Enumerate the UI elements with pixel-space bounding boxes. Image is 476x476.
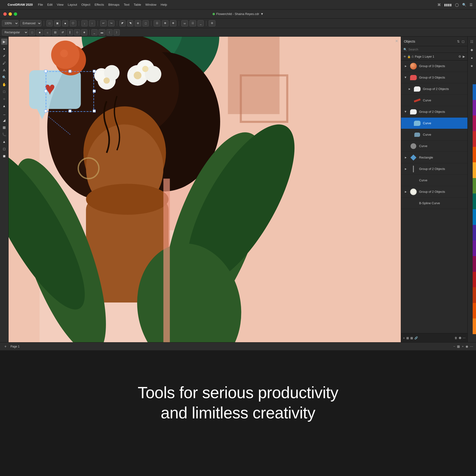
objects-list-item[interactable]: B-Spline Curve bbox=[401, 198, 467, 209]
objects-list-item[interactable]: Curve bbox=[401, 95, 467, 106]
new-button[interactable]: □ bbox=[46, 20, 52, 26]
objects-list-item[interactable]: ▶Group of 2 Objects bbox=[401, 186, 467, 198]
line-tool[interactable]: ⎯ bbox=[1, 110, 7, 116]
color-swatch[interactable] bbox=[473, 225, 476, 241]
fill-tool[interactable]: ▲ bbox=[1, 138, 7, 145]
shape-type-selector[interactable]: Rectangular bbox=[2, 29, 28, 35]
select-tool[interactable]: ▶ bbox=[1, 38, 7, 45]
color-swatch[interactable] bbox=[473, 256, 476, 272]
color-swatch[interactable] bbox=[473, 100, 476, 116]
canvas-area[interactable]: ♥ ✕ bbox=[9, 37, 401, 342]
menu-view[interactable]: View bbox=[57, 3, 64, 6]
connector-tool[interactable]: ◢ bbox=[1, 117, 7, 123]
layer-toggle-icon[interactable]: ▩ bbox=[410, 336, 413, 340]
objects-list-item[interactable]: ▶Group of 3 Objects bbox=[401, 60, 467, 72]
color-swatch[interactable] bbox=[473, 319, 476, 334]
objects-list-item[interactable]: Curve bbox=[401, 175, 467, 186]
print-button[interactable]: ⎔ bbox=[70, 20, 76, 26]
title-dropdown-icon[interactable]: ▼ bbox=[261, 12, 264, 16]
objects-list-item[interactable]: Curve bbox=[401, 129, 467, 140]
prop-btn-1[interactable]: □ bbox=[29, 29, 35, 35]
expand-arrow-icon[interactable]: ▶ bbox=[404, 110, 408, 114]
search-menubar-icon[interactable]: 🔍 bbox=[462, 3, 466, 7]
open-button[interactable]: ▣ bbox=[54, 20, 61, 26]
menu-bitmaps[interactable]: Bitmaps bbox=[108, 3, 119, 6]
window-minimize-button[interactable] bbox=[9, 12, 12, 16]
ungroup-button[interactable]: ◥ bbox=[127, 20, 133, 26]
color-swatch[interactable] bbox=[473, 162, 476, 178]
layer-delete-icon[interactable]: 🗑 bbox=[455, 336, 458, 340]
expand-arrow-icon[interactable] bbox=[408, 99, 411, 102]
menu-object[interactable]: Object bbox=[81, 3, 90, 6]
text-tool[interactable]: A bbox=[1, 67, 7, 73]
color-swatch[interactable] bbox=[473, 287, 476, 303]
search-input[interactable] bbox=[408, 48, 465, 51]
prop-btn-10[interactable]: ▬ bbox=[99, 29, 105, 35]
layer-view-icon[interactable]: ▦ bbox=[406, 336, 409, 340]
eyedropper-tool[interactable]: 📞 bbox=[1, 131, 7, 137]
panel-sort-icon[interactable]: ⇅ bbox=[457, 39, 460, 43]
prop-btn-8[interactable]: ◈ bbox=[81, 29, 87, 35]
freehand-tool[interactable]: ✐ bbox=[1, 53, 7, 59]
expand-arrow-icon[interactable]: ▶ bbox=[404, 190, 408, 194]
expand-arrow-icon[interactable] bbox=[408, 133, 411, 136]
close-panel-button[interactable]: ✕ bbox=[394, 38, 399, 43]
shape-tool[interactable]: ● bbox=[1, 46, 7, 52]
expand-arrow-icon[interactable] bbox=[404, 144, 408, 148]
color-swatch[interactable] bbox=[473, 240, 476, 256]
objects-list-item[interactable]: Curve bbox=[401, 140, 467, 152]
menu-file[interactable]: File bbox=[38, 3, 43, 6]
color-swatch[interactable] bbox=[473, 272, 476, 288]
zoom-tool[interactable]: 🔍 bbox=[1, 74, 7, 81]
prop-btn-3[interactable]: ☼ bbox=[44, 29, 51, 35]
objects-panel-icon[interactable]: ☷ bbox=[469, 38, 475, 45]
smear-tool[interactable]: ◼ bbox=[1, 153, 7, 159]
color-swatch[interactable] bbox=[473, 178, 476, 194]
eye-icon[interactable]: 👁 bbox=[403, 55, 406, 58]
eraser-tool[interactable]: ◻ bbox=[1, 146, 7, 152]
prop-btn-7[interactable]: ◇ bbox=[74, 29, 80, 35]
layer-more-icon[interactable]: ⋯ bbox=[463, 336, 465, 340]
break-button[interactable]: ⎕ bbox=[143, 20, 149, 26]
color-swatch[interactable] bbox=[473, 147, 476, 163]
layer-link-icon[interactable]: 🔗 bbox=[414, 336, 418, 340]
color-swatch[interactable] bbox=[473, 84, 476, 100]
fit-page-icon[interactable]: ◉ bbox=[465, 345, 468, 348]
export-button[interactable]: ↑ bbox=[89, 20, 95, 26]
polygon-tool[interactable]: ▲ bbox=[1, 103, 7, 109]
objects-list-item[interactable]: Curve bbox=[401, 118, 467, 129]
pan-tool[interactable]: ✋ bbox=[1, 81, 7, 87]
grid-button[interactable]: ☷ bbox=[189, 20, 196, 26]
color-panel-icon[interactable]: ● bbox=[469, 55, 475, 61]
prop-btn-2[interactable]: ☻ bbox=[36, 29, 43, 35]
zoom-selector[interactable]: 100% 75% 50% 200% bbox=[2, 20, 18, 26]
combine-button[interactable]: ⊕ bbox=[135, 20, 141, 26]
prop-btn-9[interactable]: ⎯ bbox=[91, 29, 98, 35]
menu-text[interactable]: Text bbox=[124, 3, 130, 6]
layer-arrow-icon[interactable]: ▶ bbox=[463, 55, 465, 58]
expand-arrow-icon[interactable] bbox=[408, 121, 411, 125]
distribute-button[interactable]: ☸ bbox=[162, 20, 169, 26]
group-button[interactable]: ◤ bbox=[119, 20, 126, 26]
objects-list-item[interactable]: ▶Group of 2 Objects bbox=[401, 106, 467, 118]
panel-expand-icon[interactable]: ◻ bbox=[462, 39, 465, 43]
control-center-icon[interactable]: ☰ bbox=[470, 3, 473, 7]
options-button[interactable]: ⚙ bbox=[209, 20, 215, 26]
expand-arrow-icon[interactable]: ▶ bbox=[404, 64, 408, 68]
menu-layout[interactable]: Layout bbox=[68, 3, 77, 6]
ellipse-tool[interactable]: ○ bbox=[1, 96, 7, 102]
zoom-out-icon[interactable]: − bbox=[453, 345, 455, 348]
window-maximize-button[interactable] bbox=[14, 12, 17, 16]
properties-panel-icon[interactable]: ◆ bbox=[469, 47, 475, 53]
objects-list-item[interactable]: ▶Group of 2 Objects bbox=[401, 163, 467, 175]
guides-button[interactable]: ⎯ bbox=[198, 20, 204, 26]
rectangle-tool[interactable]: □ bbox=[1, 88, 7, 95]
objects-list[interactable]: ▶Group of 3 Objects▶Group of 3 Objects▶G… bbox=[401, 60, 467, 333]
align-button[interactable]: ☷ bbox=[154, 20, 160, 26]
menu-edit[interactable]: Edit bbox=[47, 3, 52, 6]
color-swatch[interactable] bbox=[473, 209, 476, 225]
undo-button[interactable]: ↩ bbox=[100, 20, 107, 26]
more-options-icon[interactable]: ⋯ bbox=[470, 345, 473, 348]
expand-arrow-icon[interactable] bbox=[404, 201, 408, 205]
color-swatch[interactable] bbox=[473, 131, 476, 147]
